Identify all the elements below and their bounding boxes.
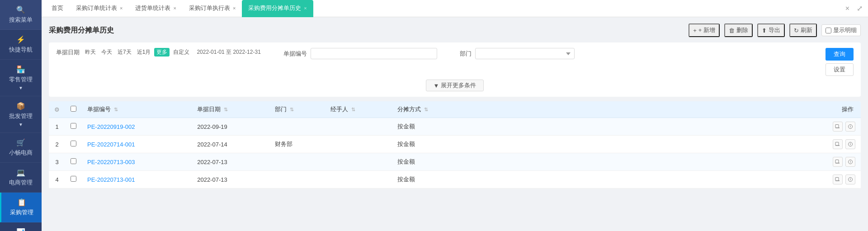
sidebar-item-wholesale[interactable]: 📦 批发管理 ▼	[0, 96, 42, 133]
sort-icon[interactable]: ⇅	[424, 107, 428, 112]
dept-select[interactable]	[475, 48, 575, 59]
ecommerce-small-icon: 🛒	[16, 138, 25, 147]
expand-row: ▼ 展开更多条件	[56, 80, 854, 91]
col-date-label: 单据日期	[197, 106, 221, 113]
tab-purchase-order-stats[interactable]: 采购订单统计表 ×	[70, 0, 129, 17]
row-handler	[325, 171, 392, 189]
sidebar-item-ecommerce[interactable]: 💻 电商管理	[0, 163, 42, 193]
edit-action-icon[interactable]	[833, 122, 843, 132]
row-select-checkbox[interactable]	[71, 141, 76, 146]
svg-rect-3	[850, 126, 851, 127]
sidebar-item-label: 批发管理	[9, 112, 33, 120]
export-icon: ⬆	[762, 27, 767, 34]
sort-icon[interactable]: ⇅	[224, 107, 228, 112]
svg-rect-6	[835, 142, 839, 146]
select-all-checkbox[interactable]	[71, 106, 76, 112]
row-no: 4	[49, 171, 65, 189]
show-cols-checkbox[interactable]	[826, 28, 831, 33]
show-cols-button[interactable]: 显示明细	[821, 24, 861, 36]
sort-icon[interactable]: ⇅	[290, 107, 294, 112]
row-actions	[798, 118, 861, 136]
export-button[interactable]: ⬆ 导出	[757, 24, 785, 37]
delete-label: 删除	[736, 26, 748, 34]
add-label: + 新增	[698, 26, 715, 34]
search-button[interactable]: 查询	[826, 48, 854, 61]
date-btn-1month[interactable]: 近1月	[135, 48, 153, 57]
tab-label: 采购订单执行表	[189, 4, 230, 12]
add-button[interactable]: + + 新增	[689, 24, 720, 37]
docno-link[interactable]: PE-20220714-001	[87, 141, 135, 148]
row-dept	[269, 118, 325, 136]
edit-action-icon[interactable]	[833, 139, 843, 149]
chevron-down-icon: ▼	[19, 85, 23, 90]
sort-icon[interactable]: ⇅	[351, 107, 355, 112]
docno-link[interactable]: PE-20220919-002	[87, 123, 135, 130]
sidebar-item-ecommerce-small[interactable]: 🛒 小畅电商	[0, 133, 42, 163]
show-cols-label: 显示明细	[833, 26, 857, 34]
detail-action-icon[interactable]	[845, 139, 855, 149]
close-icon[interactable]: ×	[173, 5, 176, 11]
svg-point-19	[850, 178, 850, 179]
edit-action-icon[interactable]	[833, 174, 843, 184]
col-checkbox	[65, 101, 82, 118]
sidebar-item-retail[interactable]: 🏪 零售管理 ▼	[0, 60, 42, 96]
row-actions	[798, 153, 861, 171]
edit-action-icon[interactable]	[833, 157, 843, 167]
col-settings[interactable]: ⚙	[49, 101, 65, 118]
close-icon[interactable]: ×	[120, 5, 123, 11]
date-btn-yesterday[interactable]: 昨天	[83, 48, 98, 57]
row-select-checkbox[interactable]	[71, 123, 76, 129]
refresh-button[interactable]: ↻ 刷新	[789, 24, 817, 37]
date-shortcuts: 昨天 今天 近7天 近1月 更多 自定义	[83, 48, 191, 57]
tab-label: 采购费用分摊单历史	[248, 4, 301, 12]
delete-icon: 🗑	[729, 27, 735, 34]
docno-link[interactable]: PE-20220713-001	[87, 176, 135, 183]
row-docno: PE-20220919-002	[82, 118, 192, 136]
expand-button[interactable]: ▼ 展开更多条件	[426, 80, 484, 91]
row-method: 按金额	[392, 153, 798, 171]
sidebar-item-quicknav[interactable]: ⚡ 快捷导航	[0, 30, 42, 60]
chevron-down-icon: ▼	[19, 122, 23, 127]
date-btn-custom[interactable]: 自定义	[171, 48, 191, 57]
tab-home[interactable]: 首页	[45, 0, 70, 17]
date-btn-more[interactable]: 更多	[154, 48, 170, 57]
sidebar-item-inventory[interactable]: 📊 库存核算	[0, 222, 42, 231]
row-select-checkbox[interactable]	[71, 158, 76, 164]
close-icon[interactable]: ×	[304, 5, 307, 11]
row-method: 按金额	[392, 136, 798, 153]
svg-rect-13	[850, 161, 851, 163]
row-select-checkbox[interactable]	[71, 176, 76, 182]
svg-rect-8	[850, 144, 851, 145]
table-row: 1 PE-20220919-002 2022-09-19 按金额	[49, 118, 861, 136]
refresh-icon: ↻	[794, 27, 799, 34]
sidebar-item-search[interactable]: 🔍 搜索菜单	[0, 0, 42, 30]
delete-button[interactable]: 🗑 删除	[724, 24, 753, 37]
maximize-tab-action[interactable]: ⤢	[855, 3, 864, 14]
tab-actions: × ⤢	[844, 3, 864, 14]
detail-action-icon[interactable]	[845, 157, 855, 167]
date-btn-today[interactable]: 今天	[99, 48, 114, 57]
filter-settings-button[interactable]: 设置	[826, 63, 854, 76]
col-method-label: 分摊方式	[397, 106, 421, 113]
svg-point-4	[850, 125, 850, 126]
sidebar-item-label: 小畅电商	[9, 149, 33, 157]
sidebar: 🔍 搜索菜单 ⚡ 快捷导航 🏪 零售管理 ▼ 📦 批发管理 ▼ 🛒 小畅电商 💻…	[0, 0, 42, 231]
close-tab-action[interactable]: ×	[844, 4, 851, 14]
tab-label: 采购订单统计表	[76, 4, 117, 12]
docno-input[interactable]	[311, 48, 437, 59]
close-icon[interactable]: ×	[233, 5, 236, 11]
row-dept	[269, 171, 325, 189]
detail-action-icon[interactable]	[845, 122, 855, 132]
detail-action-icon[interactable]	[845, 174, 855, 184]
sidebar-item-purchase[interactable]: 📋 采购管理	[0, 193, 42, 222]
sort-icon[interactable]: ⇅	[114, 107, 118, 112]
tab-inbound-stats[interactable]: 进货单统计表 ×	[129, 0, 182, 17]
data-table-container: ⚙ 单据编号 ⇅ 单据日期 ⇅ 部门	[49, 101, 861, 189]
expand-icon: ▼	[434, 82, 439, 89]
date-btn-7days[interactable]: 近7天	[116, 48, 133, 57]
quicknav-icon: ⚡	[16, 35, 25, 44]
docno-link[interactable]: PE-20220713-003	[87, 159, 135, 165]
tab-purchase-fee-history[interactable]: 采购费用分摊单历史 ×	[242, 0, 313, 17]
tab-purchase-order-exec[interactable]: 采购订单执行表 ×	[183, 0, 242, 17]
filter-buttons: 查询 设置	[826, 48, 854, 76]
